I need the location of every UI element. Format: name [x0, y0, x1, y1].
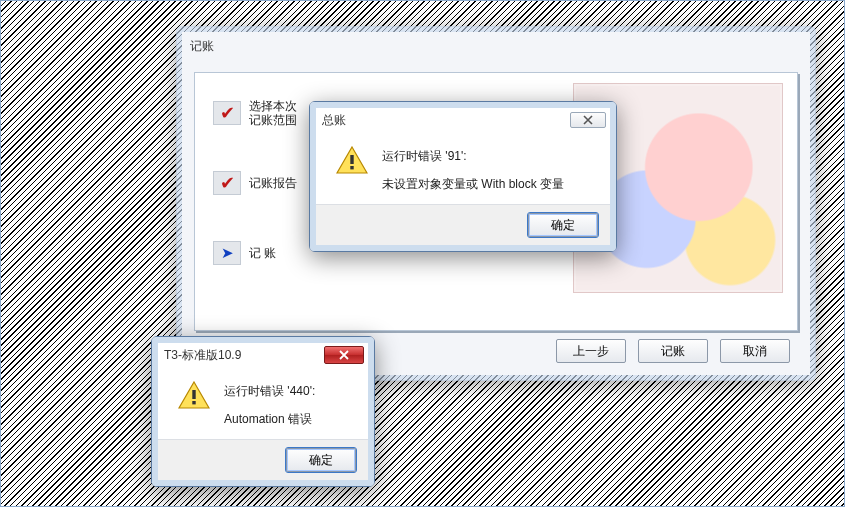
- window-titlebar: 记账: [182, 32, 810, 58]
- close-icon[interactable]: [570, 112, 606, 128]
- cancel-button[interactable]: 取消: [720, 339, 790, 363]
- step-label: 记账报告: [249, 176, 297, 190]
- step-label: 选择本次 记账范围: [249, 99, 297, 127]
- error-line2: Automation 错误: [224, 409, 315, 429]
- dialog-titlebar: T3-标准版10.9: [158, 343, 368, 367]
- dialog-titlebar: 总账: [316, 108, 610, 132]
- svg-rect-4: [192, 390, 195, 399]
- ok-button[interactable]: 确定: [528, 213, 598, 237]
- step-label: 记 账: [249, 246, 276, 260]
- warning-icon: [178, 381, 210, 409]
- checkmark-icon: ✔: [213, 171, 241, 195]
- dialog-message: 运行时错误 '91': 未设置对象变量或 With block 变量: [382, 146, 564, 194]
- window-title: 记账: [190, 38, 214, 55]
- warning-icon: [336, 146, 368, 174]
- ok-button[interactable]: 确定: [286, 448, 356, 472]
- error-line1: 运行时错误 '440':: [224, 381, 315, 401]
- dialog-title: 总账: [322, 112, 346, 129]
- error-line2: 未设置对象变量或 With block 变量: [382, 174, 564, 194]
- dialog-message: 运行时错误 '440': Automation 错误: [224, 381, 315, 429]
- close-icon[interactable]: [324, 346, 364, 364]
- svg-rect-2: [350, 166, 353, 169]
- dialog-runtime-error-91: 总账 运行时错误 '91': 未设置对象变量或 With block 变量: [309, 101, 617, 252]
- checkmark-icon: ✔: [213, 101, 241, 125]
- svg-rect-1: [350, 155, 353, 164]
- svg-rect-5: [192, 401, 195, 404]
- dialog-title: T3-标准版10.9: [164, 347, 241, 364]
- error-line1: 运行时错误 '91':: [382, 146, 564, 166]
- dialog-runtime-error-440: T3-标准版10.9 运行时错误 '440': Automation 错误: [151, 336, 375, 487]
- run-icon: ➤: [213, 241, 241, 265]
- prev-button[interactable]: 上一步: [556, 339, 626, 363]
- post-button[interactable]: 记账: [638, 339, 708, 363]
- wizard-buttons: 上一步 记账 取消: [556, 339, 790, 363]
